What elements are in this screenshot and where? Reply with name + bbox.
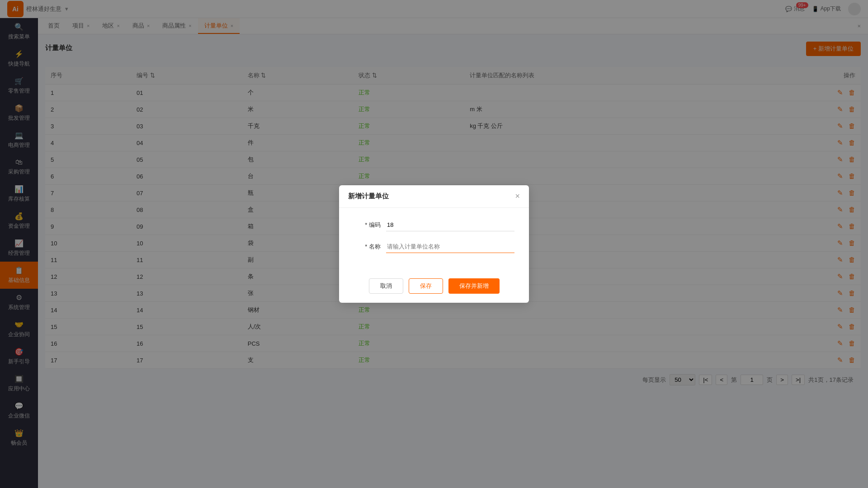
name-input[interactable] bbox=[386, 240, 514, 253]
form-item-name: * 名称 bbox=[354, 240, 514, 253]
modal-header: 新增计量单位 × bbox=[339, 185, 529, 208]
modal-title: 新增计量单位 bbox=[348, 192, 389, 201]
code-label: * 编码 bbox=[354, 221, 381, 229]
form-item-code: * 编码 bbox=[354, 219, 514, 231]
name-label: * 名称 bbox=[354, 243, 381, 251]
cancel-button[interactable]: 取消 bbox=[369, 278, 403, 294]
save-and-new-button[interactable]: 保存并新增 bbox=[448, 278, 500, 294]
modal-footer: 取消 保存 保存并新增 bbox=[339, 273, 529, 303]
add-unit-modal: 新增计量单位 × * 编码 * 名称 取消 保存 保存并新增 bbox=[339, 185, 529, 303]
code-input[interactable] bbox=[386, 219, 514, 231]
modal-close-button[interactable]: × bbox=[515, 192, 520, 201]
save-button[interactable]: 保存 bbox=[409, 278, 443, 294]
modal-body: * 编码 * 名称 bbox=[339, 208, 529, 273]
modal-overlay: 新增计量单位 × * 编码 * 名称 取消 保存 保存并新增 bbox=[0, 0, 868, 488]
